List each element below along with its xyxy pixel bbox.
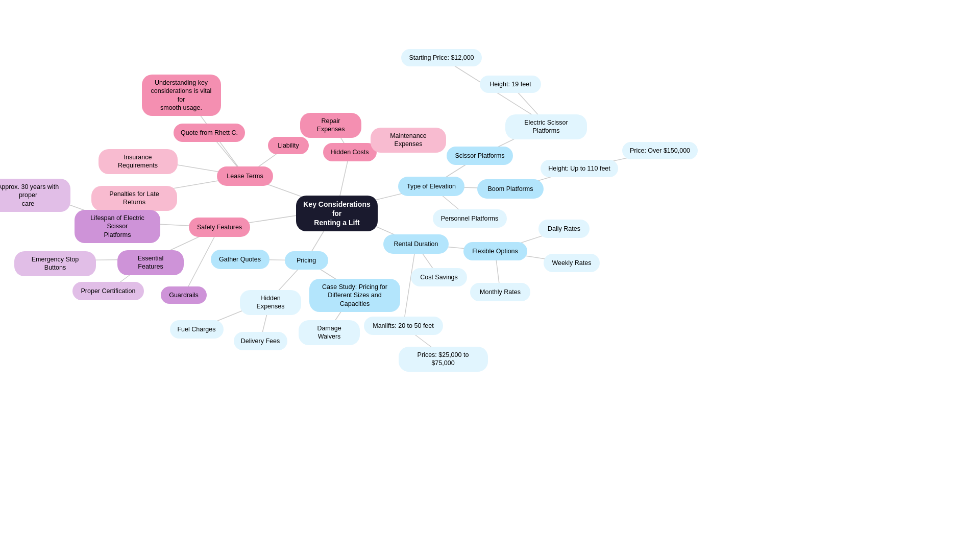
node-prices25_75[interactable]: Prices: $25,000 to $75,000 — [399, 347, 488, 372]
node-boom_plat[interactable]: Boom Platforms — [477, 179, 544, 199]
node-damage_waivers[interactable]: Damage Waivers — [299, 320, 360, 345]
node-guardrails[interactable]: Guardrails — [161, 286, 207, 304]
node-flexible_opts[interactable]: Flexible Options — [463, 242, 527, 260]
node-understanding[interactable]: Understanding key considerations is vita… — [142, 75, 221, 116]
node-scissor_plat[interactable]: Scissor Platforms — [447, 147, 513, 165]
node-insurance[interactable]: Insurance Requirements — [99, 149, 178, 174]
node-elec_scissor[interactable]: Electric Scissor Platforms — [505, 114, 587, 139]
node-hidden_costs[interactable]: Hidden Costs — [323, 143, 377, 161]
node-personnel_plat[interactable]: Personnel Platforms — [433, 209, 507, 228]
node-lease_terms[interactable]: Lease Terms — [217, 166, 273, 186]
node-penalties[interactable]: Penalties for Late Returns — [91, 186, 177, 211]
node-cost_savings[interactable]: Cost Savings — [411, 268, 467, 286]
node-center[interactable]: Key Considerations for Renting a Lift — [296, 196, 378, 232]
node-approx30[interactable]: Approx. 30 years with proper care — [0, 179, 70, 212]
node-manlifts[interactable]: Manlifts: 20 to 50 feet — [364, 317, 443, 335]
node-hidden_exp[interactable]: Hidden Expenses — [240, 290, 301, 315]
node-emergency[interactable]: Emergency Stop Buttons — [14, 251, 96, 276]
node-height110[interactable]: Height: Up to 110 feet — [541, 160, 618, 177]
node-maintenance[interactable]: Maintenance Expenses — [371, 128, 446, 153]
node-starting_price[interactable]: Starting Price: $12,000 — [401, 49, 482, 66]
connection-rental_duration-manlifts — [403, 244, 416, 326]
node-height19[interactable]: Height: 19 feet — [480, 76, 541, 93]
node-liability[interactable]: Liability — [268, 137, 309, 154]
node-repair_exp[interactable]: Repair Expenses — [300, 113, 361, 138]
node-weekly_rates[interactable]: Weekly Rates — [544, 254, 600, 272]
node-safety_features[interactable]: Safety Features — [189, 218, 250, 237]
node-pricing[interactable]: Pricing — [285, 251, 328, 270]
node-case_study[interactable]: Case Study: Pricing for Different Sizes … — [309, 279, 400, 312]
node-price150[interactable]: Price: Over $150,000 — [622, 142, 698, 159]
node-type_elevation[interactable]: Type of Elevation — [398, 177, 464, 196]
node-delivery_fees[interactable]: Delivery Fees — [234, 332, 287, 350]
node-essential[interactable]: Essential Features — [117, 250, 184, 275]
node-lifespan[interactable]: Lifespan of Electric Scissor Platforms — [75, 210, 160, 243]
node-proper_cert[interactable]: Proper Certification — [72, 282, 144, 300]
mindmap-container: Key Considerations for Renting a LiftLea… — [0, 0, 980, 553]
node-fuel_charges[interactable]: Fuel Charges — [170, 320, 224, 339]
node-rental_duration[interactable]: Rental Duration — [383, 234, 449, 254]
node-gather_quotes[interactable]: Gather Quotes — [211, 250, 270, 269]
node-monthly_rates[interactable]: Monthly Rates — [470, 283, 530, 301]
node-daily_rates[interactable]: Daily Rates — [538, 220, 590, 238]
node-quote_rhett[interactable]: Quote from Rhett C. — [174, 124, 245, 142]
